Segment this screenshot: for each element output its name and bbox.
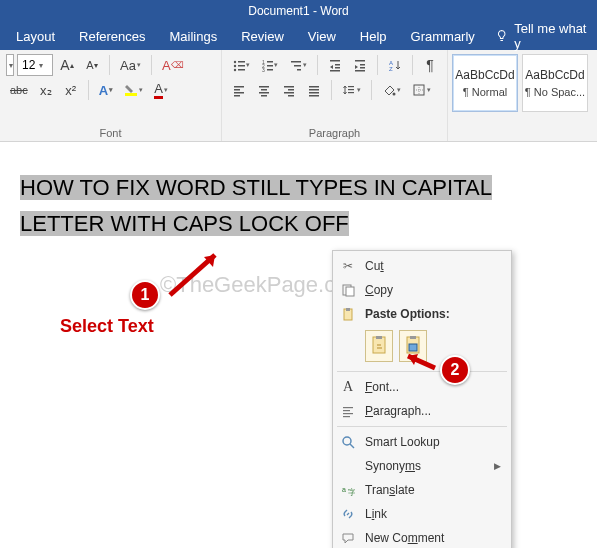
font-color-button[interactable]: A▾ <box>150 79 172 101</box>
clear-format-button[interactable]: A⌫ <box>158 54 188 76</box>
line-spacing-button[interactable]: ▾ <box>338 79 365 101</box>
increase-font-button[interactable]: A▴ <box>56 54 78 76</box>
tell-me[interactable]: Tell me what y <box>495 21 593 51</box>
paste-keep-source[interactable] <box>365 330 393 362</box>
menu-new-comment[interactable]: New Comment <box>333 526 511 548</box>
svg-rect-18 <box>335 67 340 69</box>
align-left-button[interactable] <box>228 79 250 101</box>
svg-rect-10 <box>267 65 274 67</box>
font-name-combo[interactable]: ▾ <box>6 54 14 76</box>
svg-text:a: a <box>342 486 346 493</box>
sort-button[interactable]: AZ <box>384 54 406 76</box>
translate-icon: a字 <box>339 481 357 499</box>
font-size-combo[interactable]: 12▾ <box>17 54 53 76</box>
search-icon <box>339 433 357 451</box>
svg-rect-15 <box>297 69 301 71</box>
tab-layout[interactable]: Layout <box>4 22 67 50</box>
menu-synonyms[interactable]: Synonyms ▶ <box>333 454 511 478</box>
bullets-icon <box>232 58 245 72</box>
group-paragraph: ▾ 123▾ ▾ AZ ¶ ▾ ▾ ▾ <box>222 50 448 141</box>
svg-point-64 <box>343 437 351 445</box>
menu-paragraph[interactable]: Paragraph... <box>333 399 511 423</box>
svg-rect-63 <box>343 416 350 417</box>
numbering-button[interactable]: 123▾ <box>257 54 283 76</box>
svg-rect-20 <box>355 60 365 62</box>
context-menu: ✂ Cut Copy Paste Options: A Font... Para… <box>332 250 512 548</box>
menu-copy[interactable]: Copy <box>333 278 511 302</box>
change-case-button[interactable]: Aa▾ <box>116 54 145 76</box>
subscript-button[interactable]: x₂ <box>35 79 57 101</box>
svg-rect-17 <box>335 64 340 66</box>
svg-rect-26 <box>234 86 244 88</box>
annotation-arrow-2 <box>400 350 440 375</box>
selected-text-line2[interactable]: LETTER WITH CAPS LOCK OFF <box>20 211 349 236</box>
svg-rect-42 <box>348 86 354 87</box>
chevron-right-icon: ▶ <box>494 461 501 471</box>
svg-rect-6 <box>238 69 245 71</box>
justify-icon <box>307 83 321 97</box>
svg-point-1 <box>234 61 236 63</box>
sort-icon: AZ <box>388 58 402 72</box>
borders-icon <box>412 83 426 97</box>
svg-rect-23 <box>355 70 365 72</box>
superscript-button[interactable]: x² <box>60 79 82 101</box>
tab-help[interactable]: Help <box>348 22 399 50</box>
align-center-button[interactable] <box>253 79 275 101</box>
borders-button[interactable]: ▾ <box>408 79 435 101</box>
bullets-button[interactable]: ▾ <box>228 54 254 76</box>
annotation-arrow <box>160 245 230 305</box>
page: HOW TO FIX WORD STILL TYPES IN CAPITAL L… <box>20 170 580 243</box>
group-font: ▾ 12▾ A▴ A▾ Aa▾ A⌫ abc x₂ x² A▾ ▾ A▾ Fon… <box>0 50 222 141</box>
paragraph-icon <box>339 402 357 420</box>
svg-rect-52 <box>346 287 354 296</box>
svg-rect-61 <box>343 410 350 411</box>
svg-rect-62 <box>343 413 353 414</box>
outdent-icon <box>328 58 342 72</box>
show-marks-button[interactable]: ¶ <box>419 54 441 76</box>
menu-cut[interactable]: ✂ Cut <box>333 254 511 278</box>
decrease-indent-button[interactable] <box>324 54 346 76</box>
svg-point-5 <box>234 69 236 71</box>
decrease-font-button[interactable]: A▾ <box>81 54 103 76</box>
increase-indent-button[interactable] <box>349 54 371 76</box>
clipboard-icon <box>339 305 357 323</box>
tab-view[interactable]: View <box>296 22 348 50</box>
svg-rect-33 <box>261 95 267 97</box>
svg-rect-36 <box>284 92 294 94</box>
style-normal[interactable]: AaBbCcDd ¶ Normal <box>452 54 518 112</box>
highlight-icon <box>124 83 138 97</box>
tab-review[interactable]: Review <box>229 22 296 50</box>
tab-mailings[interactable]: Mailings <box>158 22 230 50</box>
selected-text-line1[interactable]: HOW TO FIX WORD STILL TYPES IN CAPITAL <box>20 175 492 200</box>
align-right-button[interactable] <box>278 79 300 101</box>
svg-rect-8 <box>267 61 274 63</box>
svg-rect-40 <box>309 92 319 94</box>
svg-rect-56 <box>376 336 382 339</box>
svg-rect-14 <box>294 65 301 67</box>
svg-rect-44 <box>348 92 354 93</box>
tab-grammarly[interactable]: Grammarly <box>399 22 487 50</box>
svg-rect-32 <box>259 92 269 94</box>
paint-bucket-icon <box>382 83 396 97</box>
multilevel-button[interactable]: ▾ <box>285 54 311 76</box>
ribbon: ▾ 12▾ A▴ A▾ Aa▾ A⌫ abc x₂ x² A▾ ▾ A▾ Fon… <box>0 50 597 142</box>
scissors-icon: ✂ <box>339 257 357 275</box>
window-title: Document1 - Word <box>248 4 348 18</box>
tab-references[interactable]: References <box>67 22 157 50</box>
svg-rect-19 <box>330 70 340 72</box>
comment-icon <box>339 529 357 547</box>
highlight-button[interactable]: ▾ <box>120 79 147 101</box>
svg-rect-34 <box>284 86 294 88</box>
group-font-label: Font <box>6 125 215 139</box>
shading-button[interactable]: ▾ <box>378 79 405 101</box>
menu-font[interactable]: A Font... <box>333 375 511 399</box>
menu-smart-lookup[interactable]: Smart Lookup <box>333 430 511 454</box>
style-no-spacing[interactable]: AaBbCcDd ¶ No Spac... <box>522 54 588 112</box>
text-effects-button[interactable]: A▾ <box>95 79 117 101</box>
svg-rect-29 <box>234 95 240 97</box>
svg-rect-16 <box>330 60 340 62</box>
strikethrough-button[interactable]: abc <box>6 79 32 101</box>
menu-translate[interactable]: a字 Translate <box>333 478 511 502</box>
justify-button[interactable] <box>303 79 325 101</box>
menu-link[interactable]: Link <box>333 502 511 526</box>
